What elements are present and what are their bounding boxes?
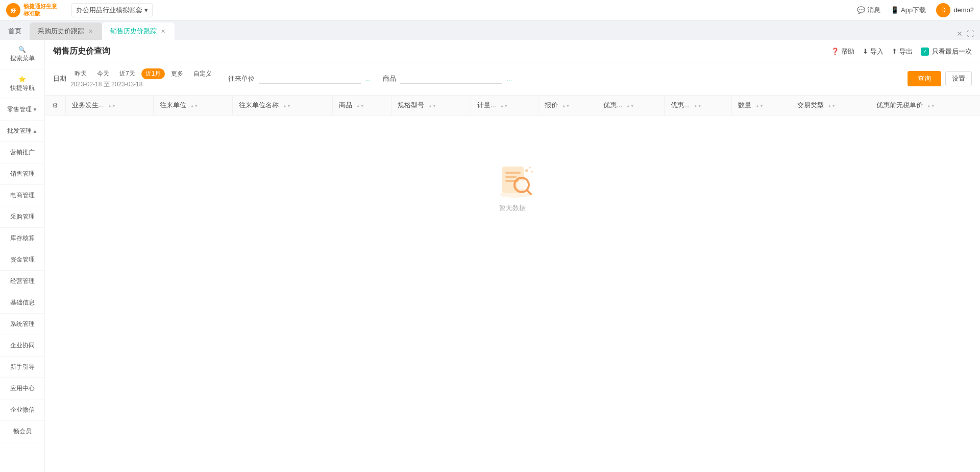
th-unit[interactable]: 计量... ▲▼	[471, 96, 538, 115]
sidebar-item-marketing[interactable]: 营销推广	[0, 142, 44, 163]
sidebar-item-inventory[interactable]: 库存核算	[0, 228, 44, 249]
table-container: ⚙ 业务发生... ▲▼ 往来单位 ▲▼ 往来单位名称 ▲▼	[45, 96, 980, 253]
sort-icon-discount1: ▲▼	[626, 104, 634, 108]
goods-filter-group: 商品 ...	[383, 74, 512, 84]
top-header: 好 畅捷通好生意 标准版 办公用品行业模拟账套 ▾ 💬 消息 📱 App下载 D…	[0, 0, 980, 20]
sidebar-item-quick[interactable]: ⭐ 快捷导航	[0, 69, 44, 99]
logo-area: 好 畅捷通好生意 标准版	[6, 3, 57, 17]
empty-icon	[492, 156, 533, 197]
sort-icon-quote: ▲▼	[562, 104, 570, 108]
header-right: 💬 消息 📱 App下载 D demo2	[857, 3, 974, 17]
sort-icon-partner-name: ▲▼	[283, 104, 291, 108]
sidebar-item-retail[interactable]: 零售管理 ▼	[0, 99, 44, 121]
maximize-icon[interactable]: ⛶	[967, 30, 974, 38]
sort-icon-biz-date: ▲▼	[108, 104, 116, 108]
message-icon: 💬	[857, 6, 865, 14]
search-icon: 🔍	[18, 46, 26, 53]
main-layout: 🔍 搜索菜单 ⭐ 快捷导航 零售管理 ▼ 批发管理 ▲ 营销推广 销售管理 电商…	[0, 40, 980, 472]
logo-icon: 好	[6, 3, 20, 17]
sort-icon-discount2: ▲▼	[694, 104, 702, 108]
sort-icon-pre-tax: ▲▼	[927, 104, 935, 108]
sidebar-item-system[interactable]: 系统管理	[0, 314, 44, 335]
svg-rect-4	[505, 172, 521, 174]
th-pre-tax[interactable]: 优惠前无税单价 ▲▼	[870, 96, 980, 115]
tab-home[interactable]: 首页	[0, 22, 30, 40]
sidebar-item-ecommerce[interactable]: 电商管理	[0, 185, 44, 206]
sidebar-item-enterprise[interactable]: 企业协同	[0, 335, 44, 357]
goods-ellipsis-btn[interactable]: ...	[506, 75, 512, 83]
sort-icon-unit: ▲▼	[500, 104, 508, 108]
th-goods[interactable]: 商品 ▲▼	[333, 96, 391, 115]
date-btn-today[interactable]: 今天	[93, 68, 113, 79]
th-quote[interactable]: 报价 ▲▼	[538, 96, 597, 115]
date-btn-custom[interactable]: 自定义	[189, 68, 216, 79]
settings-button[interactable]: 设置	[945, 71, 972, 86]
partner-label: 往来单位	[228, 74, 255, 83]
th-discount2[interactable]: 优惠... ▲▼	[665, 96, 732, 115]
search-button[interactable]: 查询	[908, 71, 941, 86]
import-icon: ⬇	[863, 48, 868, 55]
th-spec[interactable]: 规格型号 ▲▼	[391, 96, 471, 115]
sidebar-item-finance[interactable]: 资金管理	[0, 249, 44, 271]
svg-point-12	[531, 171, 533, 173]
sort-icon-qty: ▲▼	[755, 104, 764, 108]
only-last-checkbox[interactable]: ✓ 只看最后一次	[921, 47, 972, 56]
chevron-down-icon: ▾	[144, 6, 148, 14]
tab-sales[interactable]: 销售历史价跟踪 ✕	[102, 22, 175, 40]
quick-nav-icon: ⭐	[18, 76, 26, 83]
empty-state: 暂无数据	[45, 115, 980, 253]
th-discount1[interactable]: 优惠... ▲▼	[597, 96, 665, 115]
date-filter-group: 日期 昨天 今天 近7天 近1月 更多 自定义 2023-02-18 至 202…	[53, 68, 216, 89]
sort-icon-partner-code: ▲▼	[190, 104, 198, 108]
sidebar-item-purchase[interactable]: 采购管理	[0, 206, 44, 228]
app-download-btn[interactable]: 📱 App下载	[891, 6, 926, 15]
svg-point-11	[529, 167, 531, 169]
svg-point-10	[525, 169, 528, 172]
avatar: D	[936, 3, 950, 17]
date-btn-more[interactable]: 更多	[167, 68, 187, 79]
import-btn[interactable]: ⬇ 导入	[863, 47, 884, 56]
th-biz-date[interactable]: 业务发生... ▲▼	[65, 96, 153, 115]
svg-rect-5	[505, 176, 517, 178]
th-partner-name[interactable]: 往来单位名称 ▲▼	[233, 96, 333, 115]
date-btn-1month[interactable]: 近1月	[141, 68, 165, 79]
sidebar-item-basic[interactable]: 基础信息	[0, 292, 44, 314]
tab-purchase-close[interactable]: ✕	[87, 27, 94, 36]
data-table: ⚙ 业务发生... ▲▼ 往来单位 ▲▼ 往来单位名称 ▲▼	[45, 96, 980, 115]
sidebar: 🔍 搜索菜单 ⭐ 快捷导航 零售管理 ▼ 批发管理 ▲ 营销推广 销售管理 电商…	[0, 40, 45, 472]
tab-sales-close[interactable]: ✕	[160, 27, 166, 36]
content-area: 销售历史价查询 ❓ 帮助 ⬇ 导入 ⬆ 导出 ✓ 只看最后一次	[45, 40, 980, 472]
th-tx-type[interactable]: 交易类型 ▲▼	[791, 96, 870, 115]
help-btn[interactable]: ❓ 帮助	[831, 47, 854, 56]
app-selector[interactable]: 办公用品行业模拟账套 ▾	[71, 3, 153, 17]
th-qty[interactable]: 数量 ▲▼	[732, 96, 791, 115]
page-header: 销售历史价查询 ❓ 帮助 ⬇ 导入 ⬆ 导出 ✓ 只看最后一次	[45, 40, 980, 62]
tab-purchase[interactable]: 采购历史价跟踪 ✕	[30, 22, 102, 40]
partner-ellipsis-btn[interactable]: ...	[365, 75, 371, 83]
tab-bar: 首页 采购历史价跟踪 ✕ 销售历史价跟踪 ✕ ✕ ⛶	[0, 20, 980, 40]
sidebar-item-appcenter[interactable]: 应用中心	[0, 378, 44, 399]
sidebar-item-member[interactable]: 畅会员	[0, 421, 44, 442]
message-btn[interactable]: 💬 消息	[857, 6, 880, 15]
sidebar-item-wholesale[interactable]: 批发管理 ▲	[0, 121, 44, 142]
goods-input[interactable]	[400, 74, 502, 84]
th-partner-code[interactable]: 往来单位 ▲▼	[153, 96, 233, 115]
sidebar-item-wechat[interactable]: 企业微信	[0, 399, 44, 421]
tab-bar-actions: ✕ ⛶	[950, 30, 980, 40]
date-btn-7days[interactable]: 近7天	[115, 68, 139, 79]
sidebar-item-sales[interactable]: 销售管理	[0, 163, 44, 185]
chevron-up-icon-2: ▲	[33, 128, 38, 134]
date-btn-yesterday[interactable]: 昨天	[70, 68, 91, 79]
header-left: 好 畅捷通好生意 标准版 办公用品行业模拟账套 ▾	[6, 3, 153, 17]
download-icon: 📱	[891, 6, 899, 14]
th-gear[interactable]: ⚙	[45, 96, 65, 115]
sort-icon-tx-type: ▲▼	[827, 104, 836, 108]
close-all-icon[interactable]: ✕	[957, 30, 963, 38]
sidebar-item-guide[interactable]: 新手引导	[0, 357, 44, 378]
partner-input[interactable]	[259, 74, 361, 84]
user-area[interactable]: D demo2	[936, 3, 974, 17]
sidebar-item-search[interactable]: 🔍 搜索菜单	[0, 40, 44, 69]
export-btn[interactable]: ⬆ 导出	[892, 47, 913, 56]
sidebar-item-operations[interactable]: 经营管理	[0, 271, 44, 292]
export-icon: ⬆	[892, 48, 897, 55]
